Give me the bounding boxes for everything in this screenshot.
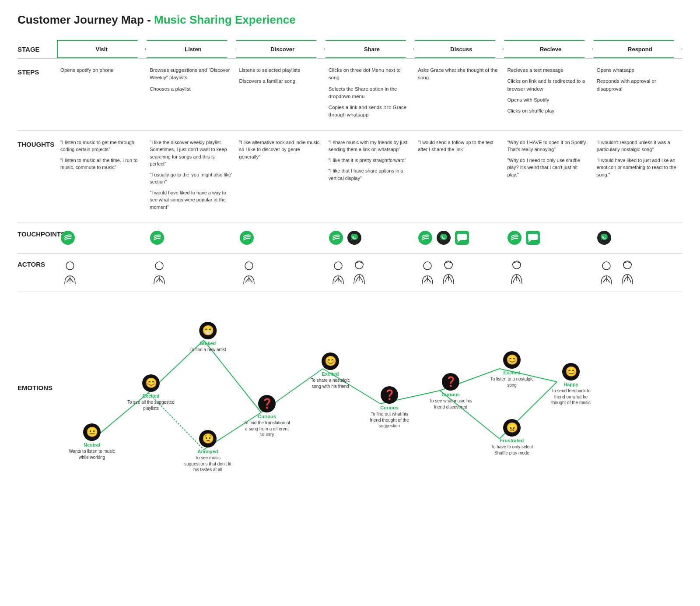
step-respond-2: Responds with approval or disapproval: [597, 78, 679, 93]
thought-visit-1: "I listen to music to get me through cod…: [60, 139, 143, 153]
emotion-excited-recieve: 😊 Excited To listen to a nostalgic song: [488, 351, 536, 388]
actor-male-icon: [597, 261, 616, 285]
emotion-neutral: 😐 Neutral Wants to listen to music while…: [68, 423, 116, 460]
actor-female-icon: [618, 261, 637, 285]
steps-share: Clicks on three dot Menu next to song Se…: [325, 67, 414, 123]
excited-share-label: Excited: [322, 371, 339, 377]
emotion-excited-share: 😊 Excited To share a nostalgic song with…: [306, 352, 354, 389]
actor-recieve: [504, 259, 593, 286]
touchpoints-section: TOUCHPOINTS: [18, 222, 682, 253]
step-listen-2: Chooses a playlist: [150, 85, 232, 93]
svg-rect-12: [528, 234, 538, 240]
annoyed-label: Annoyed: [197, 449, 218, 454]
svg-point-2: [240, 231, 254, 245]
frustrated-desc: To have to only select Shuffle play mode: [488, 444, 536, 456]
excited-share-face: 😊: [322, 352, 339, 370]
spotify-icon: [329, 230, 343, 245]
steps-section: STEPS Opens spotify on phone Browses sug…: [18, 58, 682, 130]
svg-line-36: [427, 278, 431, 282]
step-recieve-2: Clicks on link and is redirected to a br…: [507, 78, 589, 93]
actor-discover: [236, 259, 325, 286]
whatsapp-icon: [597, 230, 612, 245]
step-recieve-3: Opens with Spotify: [507, 96, 589, 104]
thought-recieve-1: "Why do I HAVE to open it on Spotify. Th…: [507, 139, 589, 153]
emotion-curious-share: ❓ Curious To find the translation of a s…: [243, 395, 291, 438]
svg-line-44: [606, 278, 610, 282]
steps-discover: Listens to selected playlists Discovers …: [236, 67, 325, 123]
touchpoints-cols: [57, 229, 682, 247]
svg-point-1: [150, 231, 164, 245]
thoughts-listen: "I like the discover weekly playlist. So…: [146, 139, 235, 215]
frustrated-label: Frustrated: [500, 438, 524, 443]
svg-line-17: [66, 278, 70, 282]
spotify-icon: [150, 230, 164, 245]
svg-point-0: [61, 231, 75, 245]
neutral-face: 😐: [83, 423, 101, 441]
whatsapp-icon: [347, 230, 362, 245]
stage-listen: Listen: [146, 40, 235, 58]
excited-listen-face: 😊: [142, 374, 160, 392]
thoughts-cols: "I listen to music to get me through cod…: [57, 139, 682, 215]
svg-point-15: [66, 262, 74, 270]
stage-respond: Respond: [593, 40, 682, 58]
neutral-label: Neutral: [84, 442, 100, 447]
stoked-desc: To find a new artist: [189, 347, 226, 353]
thought-discover-1: "I like alternative rock and indie music…: [239, 139, 322, 161]
stage-listen-shape: Listen: [146, 40, 235, 58]
thoughts-visit: "I listen to music to get me through cod…: [57, 139, 146, 215]
excited-listen-label: Excited: [142, 393, 159, 398]
stage-visit: Visit: [57, 40, 146, 58]
emotion-excited-listen: 😊 Excited To see all the suggested playl…: [127, 374, 175, 411]
steps-label: STEPS: [18, 67, 57, 123]
step-recieve-1: Recieves a text message: [507, 67, 589, 74]
svg-line-30: [338, 278, 342, 282]
step-share-2: Selects the Share option in the dropdown…: [329, 85, 411, 101]
tp-visit: [57, 229, 146, 247]
svg-rect-8: [457, 234, 467, 240]
frustrated-face: 😠: [503, 419, 521, 437]
stage-share: Share: [325, 40, 414, 58]
step-discover-2: Discovers a familiar song: [239, 78, 322, 85]
svg-line-21: [156, 278, 159, 282]
svg-line-26: [249, 278, 252, 282]
emotion-curious-recieve: ❓ Curious To see what music his friend d…: [427, 373, 475, 410]
step-discover-1: Listens to selected playlists: [239, 67, 322, 74]
excited-recieve-label: Excited: [503, 370, 520, 375]
svg-line-25: [245, 278, 249, 282]
svg-point-5: [418, 231, 432, 245]
tp-discuss: [414, 229, 504, 247]
svg-line-35: [424, 278, 427, 282]
step-discuss-1: Asks Grace what she thought of the song: [418, 67, 500, 82]
excited-recieve-face: 😊: [503, 351, 521, 369]
thought-recieve-2: "Why do I need to only use shuffle play?…: [507, 157, 589, 179]
svg-line-43: [603, 278, 606, 282]
step-share-3: Copies a link and sends it to Grace thro…: [329, 104, 411, 119]
curious-recieve-label: Curious: [441, 392, 460, 397]
happy-label: Happy: [564, 382, 578, 387]
actors-section: ACTORS: [18, 253, 682, 292]
thought-share-1: "I share music with my friends by just s…: [329, 139, 411, 153]
thought-share-3: "I like that I have share options in a v…: [329, 167, 411, 182]
emotion-curious-discuss: ❓ Curious To find out what his friend th…: [365, 386, 413, 429]
thoughts-discuss: "I would send a follow up to the text af…: [414, 139, 504, 215]
svg-point-10: [508, 231, 522, 245]
stage-discuss-shape: Discuss: [414, 40, 504, 58]
svg-point-41: [602, 262, 610, 270]
emotion-annoyed: 😟 Annoyed To see music suggestions that …: [184, 430, 232, 473]
curious-share-label: Curious: [258, 414, 276, 419]
stage-section-label: STAGE: [18, 46, 57, 53]
stage-recieve-shape: Recieve: [504, 40, 593, 58]
steps-cols: Opens spotify on phone Browses suggestio…: [57, 67, 682, 123]
neutral-desc: Wants to listen to music while working: [68, 448, 116, 460]
thought-listen-3: "I would have liked to have a way to see…: [150, 189, 232, 211]
thought-listen-2: "I usually go to the 'you might also lik…: [150, 171, 232, 186]
svg-line-18: [70, 278, 74, 282]
svg-point-27: [334, 262, 342, 270]
thought-visit-2: "I listen to music all the time. I run t…: [60, 157, 143, 171]
tp-share: [325, 229, 414, 247]
steps-listen: Browses suggestions and "Discover Weekly…: [146, 67, 235, 123]
steps-visit: Opens spotify on phone: [57, 67, 146, 123]
thoughts-share: "I share music with my friends by just s…: [325, 139, 414, 215]
svg-point-33: [424, 262, 431, 270]
svg-line-29: [335, 278, 338, 282]
